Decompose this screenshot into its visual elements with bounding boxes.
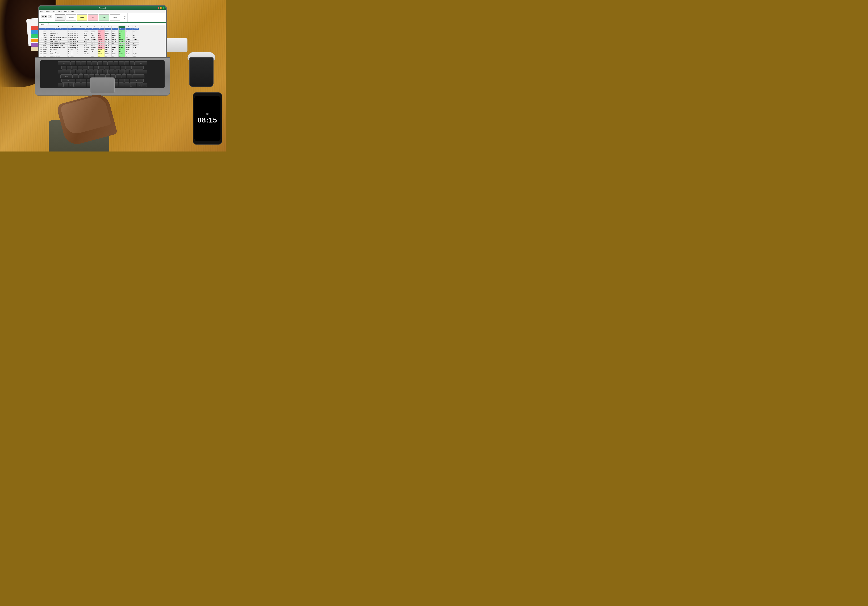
cell-a9[interactable]: 96643 [43, 45, 50, 47]
key-y[interactable] [98, 70, 102, 74]
key-o[interactable] [113, 70, 118, 74]
key-f10[interactable] [119, 61, 124, 65]
cell-d7[interactable]: 0 [77, 40, 84, 43]
cell-g13[interactable]: 10,430 [98, 53, 104, 55]
key-z[interactable] [76, 79, 81, 82]
key-d[interactable] [84, 75, 89, 78]
key-minus[interactable] [121, 66, 126, 70]
cell-b13[interactable]: Web Advertising [50, 53, 68, 55]
key-option-left[interactable]: option [69, 83, 74, 87]
close-button[interactable] [158, 7, 160, 9]
cell-g12[interactable]: 573 [98, 51, 104, 53]
cell-g4[interactable]: 178 [98, 34, 104, 36]
key-p[interactable] [119, 70, 124, 74]
cell-b5[interactable]: Commissions and bonuses [50, 36, 68, 39]
cell-l8[interactable]: 3,674 [132, 43, 139, 45]
cell-k11[interactable]: 2,466 [126, 49, 132, 51]
key-f7[interactable] [103, 61, 108, 65]
cell-f2[interactable]: 13,565 [91, 30, 98, 32]
cell-e14[interactable]: - [84, 55, 91, 57]
cell-k3[interactable] [126, 32, 132, 34]
cell-e9[interactable]: 8,200 [84, 45, 91, 47]
key-1[interactable] [67, 66, 72, 70]
key-f6[interactable] [98, 61, 102, 65]
good-style[interactable]: Good [99, 14, 109, 21]
cell-b9[interactable]: Firm Research Fees [50, 45, 68, 47]
cell-h2[interactable]: 13,095 [104, 30, 112, 32]
bold-button[interactable]: B [43, 18, 45, 20]
cell-b4[interactable]: Salaries [50, 34, 68, 36]
cell-j11[interactable]: 357 [118, 49, 126, 51]
key-quote[interactable] [127, 75, 132, 78]
key-w[interactable] [76, 70, 81, 74]
menu-file[interactable]: File [40, 11, 43, 12]
key-control[interactable]: control [64, 83, 68, 87]
cell-l5[interactable]: 346 [132, 36, 139, 39]
cell-i13[interactable]: 12,890 [112, 53, 118, 55]
col-header-f[interactable]: F [91, 26, 98, 28]
cell-i10[interactable]: 10,100 [112, 47, 118, 49]
cell-g14[interactable]: 12 [98, 55, 104, 57]
col-header-l[interactable]: L [132, 26, 139, 28]
cell-k12[interactable]: 355 [126, 51, 132, 53]
underline-button[interactable]: U [48, 18, 51, 20]
cell-g1[interactable]: Feb-16 [98, 28, 104, 30]
col-header-j[interactable]: J [118, 26, 126, 28]
key-s[interactable] [79, 75, 83, 78]
cell-j2[interactable]: 12,357 [118, 30, 126, 32]
cell-b10[interactable]: Market Research Total [50, 47, 68, 49]
key-3[interactable] [78, 66, 82, 70]
key-delete[interactable]: delete [135, 61, 147, 65]
key-rbracket[interactable] [130, 70, 135, 74]
col-header-k[interactable]: K [126, 26, 132, 28]
cell-i12[interactable]: 612 [112, 51, 118, 53]
key-enter[interactable]: enterreturn [132, 75, 144, 78]
key-9[interactable] [110, 66, 115, 70]
cell-i6[interactable]: 18,639 [112, 39, 118, 40]
key-2[interactable] [72, 66, 77, 70]
cell-d9[interactable]: 0 [77, 45, 84, 47]
key-backtick[interactable] [62, 66, 66, 70]
cell-h4[interactable]: 519 [104, 34, 112, 36]
key-f4[interactable] [87, 61, 91, 65]
cell-c3[interactable]: 1-Personnal [68, 32, 77, 34]
cell-b11[interactable]: Promotions [50, 49, 68, 51]
cell-h12[interactable]: 323 [104, 51, 112, 53]
key-t[interactable] [92, 70, 97, 74]
key-backslash[interactable] [135, 70, 147, 74]
cell-b7[interactable]: Web Research [50, 40, 68, 43]
cell-b8[interactable]: Independent Reasearch [50, 43, 68, 45]
cell-b12[interactable]: Branding [50, 51, 68, 53]
cell-c8[interactable]: 2-Marketing [68, 43, 77, 45]
cell-j7[interactable]: 1,500 [118, 40, 126, 43]
cell-l2[interactable]: 24,766 [132, 30, 139, 32]
cell-e4[interactable]: 521 [84, 34, 91, 36]
cell-i2[interactable]: 16,392 [112, 30, 118, 32]
key-8[interactable] [104, 66, 109, 70]
key-i[interactable] [108, 70, 113, 74]
cell-h8[interactable]: 2,100 [104, 43, 112, 45]
cell-e10[interactable]: 16,200 [84, 47, 91, 49]
cell-h5[interactable]: 90 [104, 36, 112, 39]
cell-i8[interactable]: 900 [112, 43, 118, 45]
cell-k14[interactable]: 865 [126, 55, 132, 57]
cell-j13[interactable]: 13,555 [118, 53, 126, 55]
key-lbracket[interactable] [124, 70, 129, 74]
cell-d12[interactable]: 1 [77, 51, 84, 53]
cell-f8[interactable]: 5,420 [91, 43, 98, 45]
key-command-left[interactable]: ⌘ [74, 83, 86, 87]
cell-j4[interactable]: 543 [118, 34, 126, 36]
cell-d14[interactable] [77, 55, 84, 57]
cell-f9[interactable]: 4,900 [91, 45, 98, 47]
cell-c7[interactable]: 2-Marketing [68, 40, 77, 43]
cell-f12[interactable]: 431 [91, 51, 98, 53]
cell-h14[interactable]: 567 [104, 55, 112, 57]
cell-a3[interactable]: 35246 [43, 32, 50, 34]
key-period[interactable] [119, 79, 124, 82]
key-tab[interactable]: tab [58, 70, 70, 74]
col-header-i[interactable]: I [112, 26, 118, 28]
col-header-g[interactable]: G [98, 26, 104, 28]
cell-c5[interactable]: 1-Personnal [68, 36, 77, 39]
cell-f3[interactable]: 347 [91, 32, 98, 34]
cell-k6[interactable]: 25,326 [126, 39, 132, 40]
